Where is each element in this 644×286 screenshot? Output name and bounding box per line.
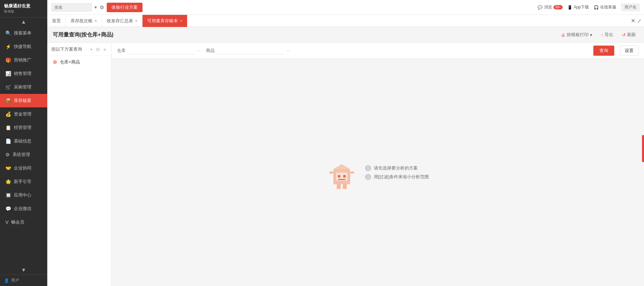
topbar-online-service[interactable]: 🎧 在线客服 [594, 4, 616, 10]
tabbar-right: ✕ ⤢ [631, 18, 644, 24]
sidebar-item-member[interactable]: V 畅会员 [0, 215, 47, 229]
sidebar-item-enterprise[interactable]: 🤝 企业协同 [0, 161, 47, 175]
finance-icon: 💰 [5, 111, 11, 117]
sidebar-item-basic-info-label: 基础信息 [14, 138, 31, 144]
sidebar-item-inventory-label: 库存核算 [14, 98, 31, 104]
sidebar-item-search[interactable]: 🔍 搜索菜单 [0, 26, 47, 40]
tab-collect-summary-label: 收发存汇总表 [107, 18, 133, 24]
tab-collect-summary[interactable]: 收发存汇总表 × [102, 15, 143, 27]
sidebar-item-enterprise-wechat[interactable]: 💬 企业微信 [0, 202, 47, 215]
sidebar-item-purchase-label: 采购管理 [14, 84, 31, 90]
sidebar-scroll-up[interactable]: ▲ [0, 18, 47, 26]
enterprise-wechat-icon: 💬 [5, 206, 11, 211]
page-title: 可用量查询(按仓库+商品) [53, 31, 113, 38]
export-btn[interactable]: ↑ 导出 [598, 30, 616, 39]
query-btn[interactable]: 查询 [593, 46, 614, 56]
tab-batch-account[interactable]: 库存批次账 × [66, 15, 102, 27]
filter-row: 仓库 ··· 商品 ··· 查询 设置 [111, 43, 644, 59]
schema-warehouse-product-label: 仓库+商品 [60, 59, 80, 65]
right-panel: 仓库 ··· 商品 ··· 查询 设置 [111, 43, 644, 286]
sidebar-item-member-label: 畅会员 [11, 219, 24, 225]
collapse-panel-btn[interactable]: « [102, 46, 107, 52]
tab-home[interactable]: 首页 [47, 15, 66, 27]
export-label: 导出 [604, 32, 613, 38]
empty-tips: 1 请先选择要分析的方案 2 用[过滤]条件来缩小分析范围 [365, 165, 429, 180]
topbar-right: 💬 消息 99+ 📱 App下载 🎧 在线客服 用户名 [538, 3, 640, 11]
tip-1-text: 请先选择要分析的方案 [374, 165, 418, 171]
sidebar-item-shortcuts[interactable]: ⚡ 快捷导航 [0, 40, 47, 53]
app-download-label: App下载 [574, 4, 589, 10]
topbar-search-input[interactable] [51, 3, 92, 11]
filter-settings-btn[interactable]: 设置 [620, 46, 639, 56]
sidebar-item-purchase[interactable]: 🛒 采购管理 [0, 80, 47, 94]
sidebar-item-operations[interactable]: 📋 经营管理 [0, 121, 47, 134]
warehouse-input[interactable] [128, 47, 195, 54]
sidebar-item-newbie[interactable]: 🌟 新手引导 [0, 175, 47, 188]
sidebar-item-system-label: 系统管理 [12, 152, 30, 158]
sales-icon: 📊 [5, 71, 11, 76]
tab-available-ledger[interactable]: 可用量库存账本 × [143, 15, 187, 27]
sidebar-item-inventory[interactable]: 📦 库存核算 [0, 94, 47, 107]
message-icon: 💬 [538, 5, 543, 10]
product-input[interactable] [217, 47, 284, 54]
schema-warehouse-product[interactable]: ⊕ 仓库+商品 [47, 56, 111, 68]
sidebar-bottom-user[interactable]: 👤 用户 [0, 275, 47, 286]
system-icon: ⚙ [5, 152, 10, 157]
settings-schema-btn[interactable]: ⊙ [95, 46, 101, 52]
print-icon: 🖨 [561, 32, 565, 37]
warehouse-ellipsis-btn[interactable]: ··· [197, 48, 201, 53]
sidebar-item-basic-info[interactable]: 📄 基础信息 [0, 134, 47, 148]
tab-available-ledger-close[interactable]: × [180, 19, 182, 23]
sidebar-logo: 畅康通好生意 标准版 [0, 0, 47, 18]
sidebar-item-sales[interactable]: 📊 销售管理 [0, 67, 47, 80]
refresh-icon: ↺ [622, 32, 626, 37]
newbie-icon: 🌟 [5, 179, 11, 184]
print-dropdown-icon: ▾ [590, 32, 592, 37]
tab-collect-summary-close[interactable]: × [135, 19, 137, 23]
print-label: 按模板打印 [567, 32, 589, 38]
app-download-icon: 📱 [567, 5, 572, 10]
sidebar-item-finance[interactable]: 💰 资金管理 [0, 107, 47, 121]
sidebar-item-app-center[interactable]: 🔲 应用中心 [0, 188, 47, 202]
tab-close-window-btn[interactable]: ✕ [631, 18, 635, 24]
svg-point-4 [343, 175, 346, 178]
page-header: 可用量查询(按仓库+商品) 🖨 按模板打印 ▾ ↑ 导出 ↺ 刷新 [47, 27, 644, 43]
tab-expand-btn[interactable]: ⤢ [637, 18, 641, 24]
topbar-industry-btn[interactable]: 体验行业方案 [107, 3, 143, 12]
empty-illustration [327, 157, 357, 188]
product-ellipsis-btn[interactable]: ··· [286, 48, 290, 53]
svg-point-3 [338, 175, 340, 178]
left-panel-header-actions: + ⊙ « [89, 46, 107, 52]
svg-rect-8 [337, 184, 341, 189]
message-badge: 99+ [553, 5, 563, 9]
filter-product: 商品 ··· [206, 47, 290, 54]
online-service-label: 在线客服 [600, 4, 616, 10]
sidebar-item-operations-label: 经营管理 [14, 125, 31, 131]
left-panel: 按以下方案查询 + ⊙ « ⊕ 仓库+商品 [47, 43, 111, 286]
add-schema-btn[interactable]: + [89, 46, 94, 52]
sidebar-item-finance-label: 资金管理 [14, 111, 31, 117]
topbar-message[interactable]: 💬 消息 99+ [538, 4, 563, 10]
tab-available-ledger-label: 可用量库存账本 [147, 18, 178, 24]
tabbar: 首页 库存批次账 × 收发存汇总表 × 可用量库存账本 × ✕ ⤢ [47, 15, 644, 27]
svg-rect-5 [338, 179, 345, 180]
tip-2-text: 用[过滤]条件来缩小分析范围 [374, 174, 429, 180]
tab-batch-account-close[interactable]: × [95, 19, 97, 23]
refresh-btn[interactable]: ↺ 刷新 [619, 30, 639, 39]
print-template-btn[interactable]: 🖨 按模板打印 ▾ [558, 30, 595, 39]
inventory-icon: 📦 [5, 98, 11, 103]
right-edge-scroll-bar [642, 135, 644, 162]
left-panel-header: 按以下方案查询 + ⊙ « [47, 43, 111, 56]
content-area: 按以下方案查询 + ⊙ « ⊕ 仓库+商品 仓库 ··· [47, 43, 644, 286]
sidebar: 畅康通好生意 标准版 ▲ 🔍 搜索菜单 ⚡ 快捷导航 🎁 营销推广 📊 销售管理… [0, 0, 47, 286]
topbar-user-avatar[interactable]: 用户名 [621, 3, 640, 11]
empty-tip-1: 1 请先选择要分析的方案 [365, 165, 429, 171]
sidebar-item-search-label: 搜索菜单 [14, 30, 31, 36]
sidebar-item-marketing[interactable]: 🎁 营销推广 [0, 53, 47, 67]
topbar-dropdown-btn[interactable]: ▾ [95, 5, 97, 10]
sidebar-scroll-down[interactable]: ▼ [0, 266, 47, 275]
sidebar-item-system[interactable]: ⚙ 系统管理 [0, 148, 47, 161]
topbar-gear-btn[interactable]: ⚙ [100, 4, 104, 10]
topbar-app-download[interactable]: 📱 App下载 [567, 4, 589, 10]
topbar: ▾ ⚙ 体验行业方案 💬 消息 99+ 📱 App下载 🎧 在线客服 用户名 [47, 0, 644, 15]
